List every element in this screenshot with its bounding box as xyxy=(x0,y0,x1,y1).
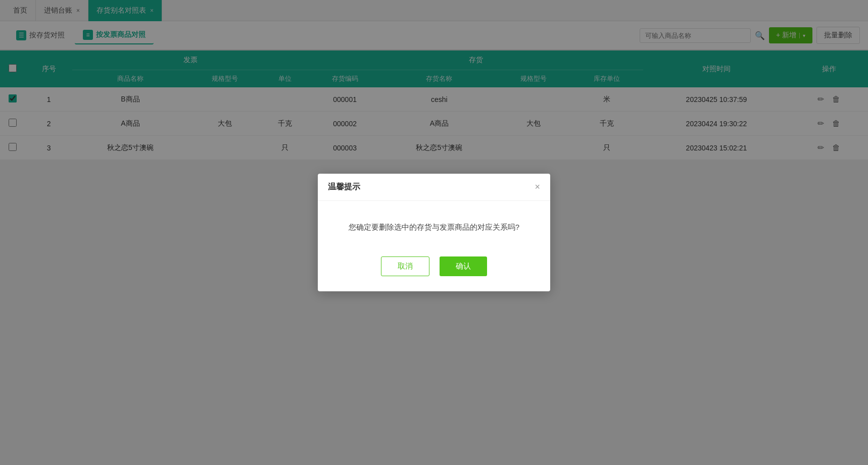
dialog-overlay: 温馨提示 × 您确定要删除选中的存货与发票商品的对应关系吗? 取消 确认 xyxy=(0,0,868,160)
